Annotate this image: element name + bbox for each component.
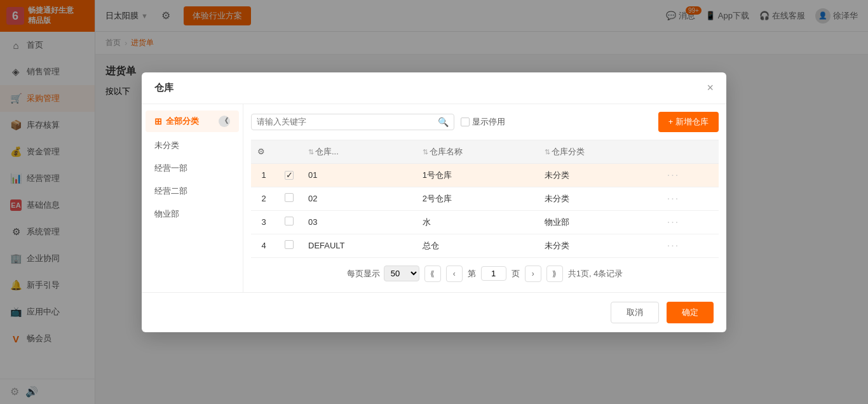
th-code[interactable]: ⇅仓库... (302, 140, 416, 163)
page-first-button[interactable]: ⟪ (424, 266, 441, 282)
confirm-button[interactable]: 确定 (667, 302, 714, 323)
td-code: DEFAULT (302, 234, 416, 257)
category-item-2[interactable]: 经营二部 (146, 180, 239, 202)
table-row[interactable]: 2 02 2号仓库 未分类 ··· (251, 187, 719, 210)
table-row[interactable]: 3 03 水 物业部 ··· (251, 210, 719, 234)
page-total-info: 共1页, 4条记录 (568, 268, 623, 279)
td-name: 2号仓库 (416, 187, 538, 210)
show-disabled-label: 显示停用 (472, 116, 505, 128)
show-disabled-checkbox[interactable] (461, 118, 470, 126)
table-row[interactable]: 4 DEFAULT 总仓 未分类 ··· (251, 234, 719, 257)
th-check (276, 140, 302, 163)
row-action-dots[interactable]: ··· (667, 240, 679, 251)
modal-overlay[interactable]: 仓库 × ⊞ 全部分类 《 未分类 经营一部 经营二部 物业部 (0, 0, 868, 404)
th-name[interactable]: ⇅仓库名称 (416, 140, 538, 163)
td-num: 3 (251, 210, 276, 234)
category-panel: ⊞ 全部分类 《 未分类 经营一部 经营二部 物业部 (142, 104, 243, 292)
td-check[interactable]: ✓ (276, 163, 302, 187)
table-row[interactable]: 1 ✓ 01 1号仓库 未分类 ··· (251, 163, 719, 187)
th-actions (661, 140, 719, 163)
td-name: 1号仓库 (416, 163, 538, 187)
search-input-wrap: 🔍 (251, 114, 454, 130)
row-checkbox[interactable]: ✓ (285, 171, 294, 180)
row-action-dots[interactable]: ··· (667, 193, 679, 204)
td-code: 02 (302, 187, 416, 210)
modal-footer: 取消 确定 (142, 292, 726, 332)
page-size-wrap: 每页显示 10 20 50 100 (347, 266, 419, 281)
td-check[interactable] (276, 187, 302, 210)
search-icon: 🔍 (438, 117, 449, 127)
page-next-button[interactable]: › (525, 266, 541, 282)
page-size-label: 每页显示 (347, 268, 380, 279)
td-category: 未分类 (538, 187, 660, 210)
table-container: ⚙ ⇅仓库... ⇅仓库名称 ⇅仓库分类 1 ✓ 01 1号仓库 未 (251, 140, 719, 258)
td-name: 总仓 (416, 234, 538, 257)
grid-icon: ⊞ (154, 116, 162, 126)
add-warehouse-button[interactable]: + 新增仓库 (658, 112, 719, 132)
category-collapse-button[interactable]: 《 (219, 116, 230, 127)
row-checkbox[interactable] (285, 240, 294, 249)
td-check[interactable] (276, 234, 302, 257)
td-num: 1 (251, 163, 276, 187)
pagination: 每页显示 10 20 50 100 ⟪ ‹ 第 页 › ⟫ (251, 258, 719, 285)
warehouse-modal: 仓库 × ⊞ 全部分类 《 未分类 经营一部 经营二部 物业部 (142, 72, 726, 332)
td-num: 2 (251, 187, 276, 210)
td-actions[interactable]: ··· (661, 234, 719, 257)
modal-close-button[interactable]: × (707, 81, 714, 95)
td-code: 03 (302, 210, 416, 234)
category-item-3[interactable]: 物业部 (146, 203, 239, 225)
warehouse-table: ⚙ ⇅仓库... ⇅仓库名称 ⇅仓库分类 1 ✓ 01 1号仓库 未 (251, 140, 719, 258)
page-last-button[interactable]: ⟫ (546, 266, 563, 282)
show-disabled-wrap: 显示停用 (461, 116, 505, 128)
td-category: 未分类 (538, 163, 660, 187)
th-gear[interactable]: ⚙ (251, 140, 276, 163)
td-name: 水 (416, 210, 538, 234)
page-size-select[interactable]: 10 20 50 100 (384, 266, 419, 281)
th-category[interactable]: ⇅仓库分类 (538, 140, 660, 163)
page-number-input[interactable] (481, 266, 506, 281)
row-checkbox[interactable] (285, 217, 294, 226)
table-panel: 🔍 显示停用 + 新增仓库 ⚙ (243, 104, 726, 292)
category-item-1[interactable]: 经营一部 (146, 158, 239, 179)
page-word: 第 (468, 268, 476, 279)
category-all[interactable]: ⊞ 全部分类 《 (146, 111, 239, 132)
td-code: 01 (302, 163, 416, 187)
row-action-dots[interactable]: ··· (667, 170, 679, 180)
td-actions[interactable]: ··· (661, 187, 719, 210)
table-toolbar: 🔍 显示停用 + 新增仓库 (251, 112, 719, 132)
modal-header: 仓库 × (142, 72, 726, 104)
category-all-label: 全部分类 (166, 116, 199, 127)
td-check[interactable] (276, 210, 302, 234)
td-num: 4 (251, 234, 276, 257)
search-input[interactable] (257, 117, 434, 126)
category-item-0[interactable]: 未分类 (146, 135, 239, 156)
row-action-dots[interactable]: ··· (667, 217, 679, 227)
cancel-button[interactable]: 取消 (611, 302, 659, 323)
td-category: 物业部 (538, 210, 660, 234)
modal-title: 仓库 (154, 82, 173, 94)
page-label: 页 (512, 268, 520, 279)
td-actions[interactable]: ··· (661, 210, 719, 234)
table-body: 1 ✓ 01 1号仓库 未分类 ··· 2 02 2号仓库 未分类 ··· 3 … (251, 163, 719, 257)
page-prev-button[interactable]: ‹ (446, 266, 463, 282)
table-header-row: ⚙ ⇅仓库... ⇅仓库名称 ⇅仓库分类 (251, 140, 719, 163)
td-actions[interactable]: ··· (661, 163, 719, 187)
modal-body: ⊞ 全部分类 《 未分类 经营一部 经营二部 物业部 🔍 (142, 104, 726, 292)
row-checkbox[interactable] (285, 193, 294, 202)
td-category: 未分类 (538, 234, 660, 257)
